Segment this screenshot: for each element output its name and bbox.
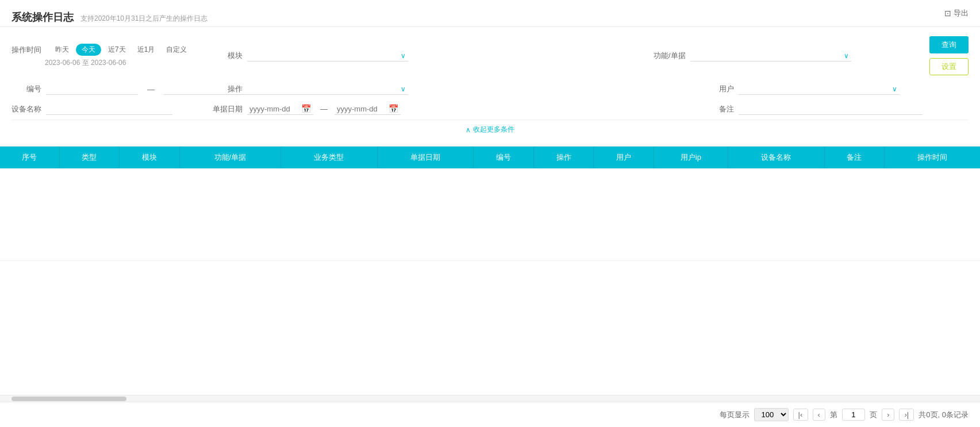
module-chevron-icon: ∨ bbox=[401, 52, 406, 60]
empty-message bbox=[0, 168, 980, 261]
page-wrapper: 系统操作日志 支持2020年10月31日之后产生的操作日志 ⊡ 导出 操作时间 … bbox=[0, 0, 980, 427]
data-table: 序号 类型 模块 功能/单据 业务类型 单据日期 编号 操作 用户 用户ip 设… bbox=[0, 147, 980, 261]
collapse-arrow-icon: ∧ bbox=[466, 126, 471, 134]
page-number-input[interactable] bbox=[842, 409, 865, 421]
filter-row-3: 设备名称 单据日期 📅 — 📅 备注 bbox=[11, 103, 969, 115]
user-label: 用户 bbox=[704, 84, 734, 94]
scroll-area[interactable] bbox=[0, 395, 980, 402]
module-filter: 模块 ∨ bbox=[201, 51, 642, 61]
table-header: 序号 类型 模块 功能/单据 业务类型 单据日期 编号 操作 用户 用户ip 设… bbox=[0, 147, 980, 168]
col-module: 模块 bbox=[120, 147, 179, 168]
total-label: 共0页, 0条记录 bbox=[918, 410, 969, 420]
collapse-button[interactable]: ∧ 收起更多条件 bbox=[11, 120, 969, 137]
filter-area: 操作时间 昨天 今天 近7天 近1月 自定义 2023-06-06 至 2023… bbox=[0, 27, 980, 147]
date-end-wrapper: 📅 bbox=[335, 103, 401, 115]
page-title: 系统操作日志 bbox=[11, 10, 74, 24]
time-btn-custom[interactable]: 自定义 bbox=[162, 44, 191, 56]
time-buttons: 昨天 今天 近7天 近1月 自定义 bbox=[51, 44, 191, 56]
export-icon: ⊡ bbox=[944, 9, 951, 18]
col-biz-type: 业务类型 bbox=[281, 147, 378, 168]
date-filter: 单据日期 📅 — 📅 bbox=[201, 103, 693, 115]
per-page-label: 每页显示 bbox=[720, 410, 750, 420]
time-range-text: 2023-06-06 至 2023-06-06 bbox=[45, 59, 126, 67]
remark-input[interactable] bbox=[739, 103, 923, 115]
filter-row-2: 编号 — 操作 ∨ 用户 ∨ bbox=[11, 83, 969, 95]
calendar-start-icon[interactable]: 📅 bbox=[301, 104, 311, 113]
action-buttons: 查询 设置 bbox=[929, 36, 969, 75]
first-page-button[interactable]: |‹ bbox=[793, 409, 808, 421]
number-input-start[interactable] bbox=[46, 83, 138, 95]
module-select[interactable]: ∨ bbox=[247, 51, 408, 61]
col-number: 编号 bbox=[474, 147, 533, 168]
col-user-ip: 用户ip bbox=[654, 147, 728, 168]
col-user: 用户 bbox=[594, 147, 654, 168]
time-btn-today[interactable]: 今天 bbox=[76, 44, 101, 56]
calendar-end-icon[interactable]: 📅 bbox=[389, 104, 398, 113]
time-range-display: 2023-06-06 至 2023-06-06 bbox=[45, 58, 201, 68]
operation-select[interactable]: ∨ bbox=[247, 84, 408, 95]
number-filter: 编号 — bbox=[11, 83, 201, 95]
func-chevron-icon: ∨ bbox=[844, 52, 849, 60]
col-seq: 序号 bbox=[0, 147, 59, 168]
time-label: 操作时间 bbox=[11, 45, 41, 55]
operation-filter: 操作 ∨ bbox=[201, 84, 693, 95]
page-header: 系统操作日志 支持2020年10月31日之后产生的操作日志 ⊡ 导出 bbox=[0, 0, 980, 27]
next-page-button[interactable]: › bbox=[882, 409, 894, 421]
remark-filter: 备注 bbox=[693, 103, 969, 115]
module-label: 模块 bbox=[213, 51, 243, 61]
page-suffix: 页 bbox=[870, 410, 877, 420]
prev-page-button[interactable]: ‹ bbox=[813, 409, 825, 421]
header-left: 系统操作日志 支持2020年10月31日之后产生的操作日志 bbox=[11, 10, 207, 24]
filter-row-1: 操作时间 昨天 今天 近7天 近1月 自定义 2023-06-06 至 2023… bbox=[11, 36, 969, 75]
func-filter: 功能/单据 ∨ bbox=[642, 51, 918, 61]
col-func: 功能/单据 bbox=[179, 147, 280, 168]
remark-label: 备注 bbox=[704, 104, 734, 114]
page-subtitle: 支持2020年10月31日之后产生的操作日志 bbox=[80, 14, 207, 24]
date-dash: — bbox=[320, 105, 328, 113]
export-label: 导出 bbox=[954, 8, 969, 18]
col-type: 类型 bbox=[59, 147, 119, 168]
table-section: 序号 类型 模块 功能/单据 业务类型 单据日期 编号 操作 用户 用户ip 设… bbox=[0, 147, 980, 395]
func-select[interactable]: ∨ bbox=[690, 51, 851, 61]
table-body bbox=[0, 168, 980, 261]
user-filter: 用户 ∨ bbox=[693, 84, 969, 95]
operation-chevron-icon: ∨ bbox=[401, 85, 406, 93]
query-button[interactable]: 查询 bbox=[929, 36, 969, 53]
user-chevron-icon: ∨ bbox=[892, 85, 897, 93]
col-operation: 操作 bbox=[533, 147, 593, 168]
table-empty-row bbox=[0, 168, 980, 261]
scroll-bar[interactable] bbox=[11, 397, 126, 401]
date-end-input[interactable] bbox=[337, 105, 389, 113]
col-device: 设备名称 bbox=[728, 147, 824, 168]
number-dash: — bbox=[147, 85, 155, 94]
page-label: 第 bbox=[830, 410, 837, 420]
device-filter: 设备名称 bbox=[11, 103, 201, 115]
last-page-button[interactable]: ›| bbox=[899, 409, 914, 421]
export-button[interactable]: ⊡ 导出 bbox=[944, 8, 969, 26]
device-input[interactable] bbox=[46, 103, 172, 115]
col-remark: 备注 bbox=[824, 147, 884, 168]
per-page-select[interactable]: 100 50 20 10 bbox=[754, 408, 789, 421]
device-label: 设备名称 bbox=[11, 104, 41, 114]
col-doc-date: 单据日期 bbox=[377, 147, 474, 168]
time-btn-1month[interactable]: 近1月 bbox=[133, 44, 160, 56]
number-label: 编号 bbox=[11, 84, 41, 94]
date-label: 单据日期 bbox=[213, 104, 243, 114]
time-filter: 操作时间 昨天 今天 近7天 近1月 自定义 2023-06-06 至 2023… bbox=[11, 44, 201, 68]
operation-label: 操作 bbox=[213, 84, 243, 94]
func-label: 功能/单据 bbox=[654, 51, 686, 61]
date-start-input[interactable] bbox=[249, 105, 301, 113]
date-start-wrapper: 📅 bbox=[247, 103, 313, 115]
time-btn-yesterday[interactable]: 昨天 bbox=[51, 44, 74, 56]
col-op-time: 操作时间 bbox=[884, 147, 980, 168]
setting-button[interactable]: 设置 bbox=[929, 58, 969, 75]
time-filter-inner: 操作时间 昨天 今天 近7天 近1月 自定义 bbox=[11, 44, 201, 56]
collapse-label: 收起更多条件 bbox=[473, 125, 514, 134]
pagination: 每页显示 100 50 20 10 |‹ ‹ 第 页 › ›| 共0页, 0条记… bbox=[0, 402, 980, 427]
table-header-row: 序号 类型 模块 功能/单据 业务类型 单据日期 编号 操作 用户 用户ip 设… bbox=[0, 147, 980, 168]
user-select[interactable]: ∨ bbox=[739, 84, 900, 95]
time-btn-7days[interactable]: 近7天 bbox=[103, 44, 130, 56]
